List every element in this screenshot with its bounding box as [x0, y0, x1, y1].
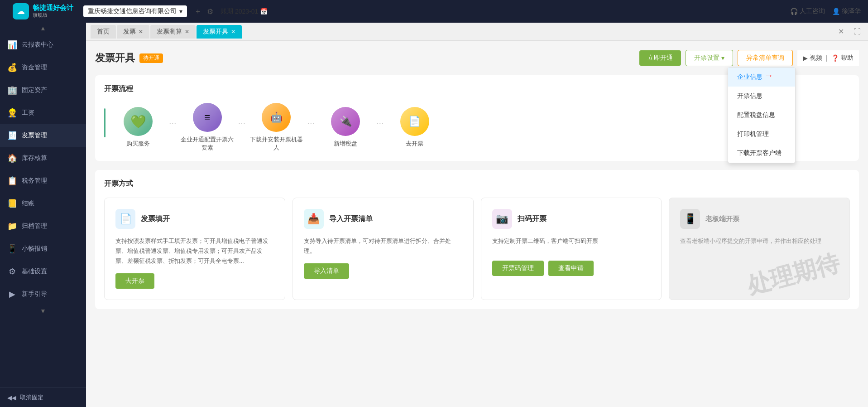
page-content: 发票开具 待开通 立即开通 开票设置 ▾ 异常清单查询 ▶ 视频 |: [86, 41, 868, 407]
flow-label-4: 新增税盘: [334, 140, 357, 148]
sidebar-scroll-down[interactable]: ▼: [0, 305, 86, 316]
payroll-icon: 👷: [7, 108, 17, 118]
tab-close-icon[interactable]: ✕: [231, 29, 235, 35]
flow-circle-5: 📄: [400, 107, 429, 136]
invoice-icon: 🧾: [7, 131, 17, 141]
sidebar-item-settings[interactable]: ⚙ 基础设置: [0, 260, 86, 283]
tax-icon: 📋: [7, 176, 17, 186]
method-card-boss: 📱 老板端开票 查看老板端小程序提交的开票申请，并作出相应的处理 处理期待: [669, 198, 850, 300]
period-info: 账期 2023-01 📅: [221, 7, 268, 15]
method-header-fill: 📄 发票填开: [115, 209, 274, 229]
method-icon-import: 📥: [304, 209, 324, 229]
sidebar-item-invoice-management[interactable]: 🧾 发票管理: [0, 124, 86, 147]
methods-grid: 📄 发票填开 支持按照发票样式手工填开发票；可开具增值税电子普通发票、增值税普通…: [104, 198, 850, 300]
sidebar-scroll-up[interactable]: ▲: [0, 23, 86, 34]
method-card-fill: 📄 发票填开 支持按照发票样式手工填开发票；可开具增值税电子普通发票、增值税普通…: [104, 198, 285, 300]
flow-circle-4: 🔌: [331, 107, 360, 136]
user-name: 徐泽华: [842, 7, 861, 15]
settings-dropdown: → 企业信息 开票信息 配置税盘信息 打印机管理 下载开票客户端: [728, 67, 796, 163]
dropdown-item-printer[interactable]: 打印机管理: [728, 125, 795, 144]
flow-label-2: 企业开通配置开票六要素: [180, 136, 235, 152]
sidebar-item-expense[interactable]: 📱 小畅报销: [0, 237, 86, 260]
sidebar-item-guide[interactable]: ▶ 新手引导: [0, 283, 86, 305]
method-icon-scan: 📷: [492, 209, 512, 229]
maximize-window-button[interactable]: ⛶: [851, 25, 863, 38]
cancel-pin-button[interactable]: ◀◀ 取消固定: [0, 388, 86, 407]
main-area: ▲ 📊 云报表中心 💰 资金管理 🏢 固定资产 👷 工资 🧾 发票管理: [0, 23, 868, 407]
add-icon[interactable]: ＋: [194, 7, 201, 16]
dropdown-item-company-info[interactable]: 企业信息: [728, 68, 795, 87]
play-icon: ▶: [803, 54, 808, 62]
tab-invoice[interactable]: 发票 ✕: [117, 25, 149, 39]
tab-close-icon[interactable]: ✕: [185, 29, 189, 35]
archive-icon: 📁: [7, 221, 17, 231]
calendar-icon[interactable]: 📅: [260, 8, 268, 15]
header-actions: 立即开通 开票设置 ▾ 异常清单查询 ▶ 视频 | ❓ 帮助: [639, 50, 859, 66]
sidebar-item-archive[interactable]: 📁 归档管理: [0, 215, 86, 237]
tab-invoice-issue[interactable]: 发票开具 ✕: [197, 25, 242, 39]
user-profile[interactable]: 👤 徐泽华: [832, 7, 861, 15]
tab-invoice-estimate[interactable]: 发票测算 ✕: [150, 25, 196, 39]
method-icon-fill: 📄: [115, 209, 135, 229]
sidebar-item-inventory[interactable]: 🏠 库存核算: [0, 147, 86, 170]
method-desc-boss: 查看老板端小程序提交的开票申请，并作出相应的处理: [680, 236, 839, 246]
flow-icon-2: ≡: [204, 111, 210, 123]
activate-button[interactable]: 立即开通: [639, 50, 681, 66]
dropdown-item-download-client[interactable]: 下载开票客户端: [728, 144, 795, 163]
tab-window-buttons: ✕ ⛶: [834, 25, 863, 38]
method-btn-import[interactable]: 导入清单: [304, 263, 349, 279]
page-title: 发票开具: [95, 51, 135, 65]
video-label: 视频: [810, 54, 822, 62]
settings-button[interactable]: 开票设置 ▾: [686, 50, 733, 66]
tab-close-icon[interactable]: ✕: [139, 29, 143, 35]
tab-home[interactable]: 首页: [91, 25, 116, 39]
flow-label-5: 去开票: [406, 140, 423, 148]
dropdown-item-tax-disk[interactable]: 配置税盘信息: [728, 106, 795, 125]
company-selector[interactable]: 重庆畅捷交通信息咨询有限公司 ▾: [83, 5, 187, 17]
top-icons: ＋ ⚙: [194, 7, 213, 16]
sidebar-item-label: 库存核算: [22, 154, 47, 162]
tab-label: 发票开具: [203, 28, 228, 36]
support-button[interactable]: 🎧 人工咨询: [790, 7, 825, 15]
flow-icon-1: 💚: [130, 114, 146, 129]
method-desc-scan: 支持定制开票二维码，客户端可扫码开票: [492, 236, 651, 246]
method-btn-scan-manage[interactable]: 开票码管理: [492, 261, 544, 276]
logo-icon: ☁: [13, 3, 29, 19]
sidebar-item-closing[interactable]: 📒 结账: [0, 192, 86, 215]
sidebar-item-label: 基础设置: [22, 267, 47, 276]
method-title-boss: 老板端开票: [705, 215, 739, 223]
top-bar-right: 🎧 人工咨询 👤 徐泽华: [790, 7, 861, 15]
sidebar-item-label: 税务管理: [22, 177, 47, 185]
logo-area: ☁ 畅捷通好会计 旗舰版: [7, 0, 79, 24]
settings-icon[interactable]: ⚙: [207, 7, 213, 16]
flow-circle-3: 🤖: [262, 103, 291, 132]
method-title-fill: 发票填开: [141, 214, 170, 224]
sidebar-item-tax-management[interactable]: 📋 税务管理: [0, 170, 86, 192]
sidebar-item-fund-management[interactable]: 💰 资金管理: [0, 56, 86, 79]
settings-btn-label: 开票设置: [694, 54, 719, 62]
tab-label: 发票: [123, 28, 136, 36]
content-area: 首页 发票 ✕ 发票测算 ✕ 发票开具 ✕ ✕ ⛶: [86, 23, 868, 407]
method-btn-fill[interactable]: 去开票: [115, 273, 154, 289]
sidebar-item-label: 资金管理: [22, 63, 47, 72]
settings-sidebar-icon: ⚙: [7, 266, 17, 276]
fixed-assets-icon: 🏢: [7, 85, 17, 95]
close-window-button[interactable]: ✕: [834, 25, 847, 38]
sidebar-item-payroll[interactable]: 👷 工资: [0, 102, 86, 124]
flow-arrow-2: ···: [238, 118, 246, 137]
dropdown-item-invoice-info[interactable]: 开票信息: [728, 87, 795, 106]
question-icon: ❓: [831, 54, 839, 62]
flow-step-5: 📄 去开票: [388, 107, 442, 148]
method-header-scan: 📷 扫码开票: [492, 209, 651, 229]
video-help-button[interactable]: ▶ 视频 | ❓ 帮助: [797, 50, 859, 66]
sidebar-item-cloud-reports[interactable]: 📊 云报表中心: [0, 34, 86, 56]
page-header: 发票开具 待开通 立即开通 开票设置 ▾ 异常清单查询 ▶ 视频 |: [95, 50, 859, 66]
help-label: 帮助: [841, 54, 854, 62]
exception-button[interactable]: 异常清单查询: [738, 50, 793, 66]
expense-icon: 📱: [7, 244, 17, 254]
flow-icon-4: 🔌: [340, 116, 352, 127]
sidebar-item-fixed-assets[interactable]: 🏢 固定资产: [0, 79, 86, 102]
method-btn-scan-view[interactable]: 查看申请: [548, 261, 594, 276]
flow-circle-2: ≡: [193, 103, 222, 132]
flow-label-3: 下载并安装开票机器人: [249, 136, 303, 152]
